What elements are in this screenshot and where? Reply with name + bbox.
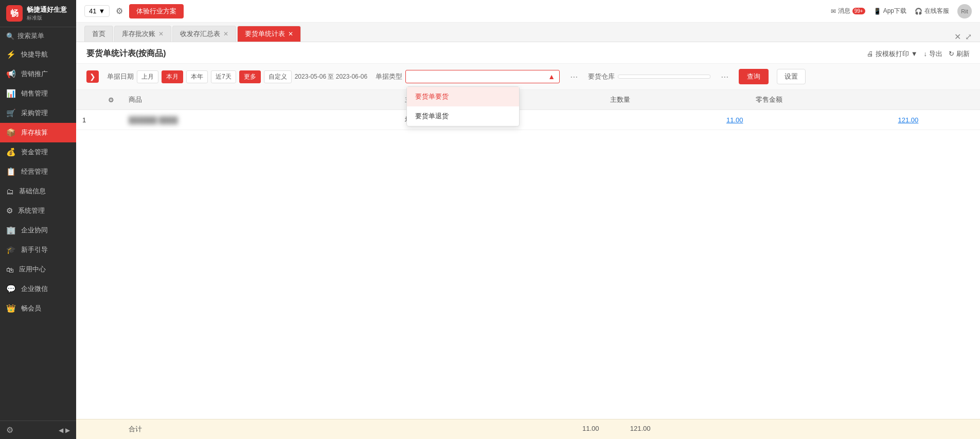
tab-inventory-batch[interactable]: 库存批次账 ✕ bbox=[114, 26, 171, 42]
type-select-input[interactable] bbox=[406, 71, 544, 83]
page-actions: 🖨 按模板打印 ▼ ↓ 导出 ↻ 刷新 bbox=[867, 49, 970, 59]
date-this-month-button[interactable]: 本月 bbox=[162, 70, 183, 83]
wecom-icon: 💬 bbox=[6, 284, 16, 294]
customer-service-button[interactable]: 🎧 在线客服 bbox=[915, 7, 949, 15]
data-table: ⚙ 商品 主计量单位 主数量 零售金额 1 ██████ ████ bbox=[76, 90, 980, 130]
trial-button[interactable]: 体验行业方案 bbox=[129, 4, 184, 19]
sidebar-item-operations[interactable]: 📋 经营管理 bbox=[0, 162, 76, 181]
sidebar-item-wecom[interactable]: 💬 企业微信 bbox=[0, 279, 76, 299]
tab-window-buttons: ✕ ⤢ bbox=[954, 32, 972, 42]
sidebar-item-quick-nav[interactable]: ⚡ 快捷导航 bbox=[0, 45, 76, 64]
warehouse-filter-label: 要货仓库 bbox=[588, 72, 615, 81]
amount-link[interactable]: 121.00 bbox=[898, 116, 919, 124]
tab-home[interactable]: 首页 bbox=[84, 26, 113, 42]
search-button[interactable]: 查询 bbox=[739, 69, 769, 84]
enterprise-icon: 🏢 bbox=[6, 226, 16, 235]
th-quantity: 主数量 bbox=[604, 90, 750, 110]
sidebar-item-purchase[interactable]: 🛒 采购管理 bbox=[0, 103, 76, 123]
sidebar-item-label: 快捷导航 bbox=[21, 50, 48, 59]
print-dropdown-icon: ▼ bbox=[911, 50, 918, 58]
type-select-arrow[interactable]: ▲ bbox=[544, 70, 559, 83]
topbar-gear-button[interactable]: ⚙ bbox=[116, 6, 123, 16]
search-menu-button[interactable]: 🔍 搜索菜单 bbox=[0, 27, 76, 45]
refresh-button[interactable]: ↻ 刷新 bbox=[949, 49, 970, 59]
type-filter-group: 单据类型 ▲ 要货单要货 要货单退货 bbox=[376, 70, 560, 83]
dropdown-item-yaohuo[interactable]: 要货单要货 bbox=[407, 87, 519, 106]
export-label: 导出 bbox=[929, 49, 942, 59]
tab-home-label: 首页 bbox=[92, 29, 105, 39]
sidebar-logo: 畅 畅捷通好生意 标准版 bbox=[0, 0, 76, 27]
td-product: ██████ ████ bbox=[122, 110, 399, 130]
td-settings bbox=[102, 110, 122, 130]
sidebar-item-finance[interactable]: 💰 资金管理 bbox=[0, 142, 76, 162]
sidebar: 畅 畅捷通好生意 标准版 🔍 搜索菜单 ⚡ 快捷导航 📢 营销推广 📊 销售管理… bbox=[0, 0, 76, 439]
sidebar-item-label: 基础信息 bbox=[19, 187, 46, 196]
tab-receivable-summary[interactable]: 收发存汇总表 ✕ bbox=[172, 26, 236, 42]
date-this-year-button[interactable]: 本年 bbox=[186, 70, 208, 83]
column-settings-icon[interactable]: ⚙ bbox=[108, 96, 114, 104]
main-area: 41 ▼ ⚙ 体验行业方案 ✉ 消息 99+ 📱 App下载 🎧 在线客服 Ri… bbox=[76, 0, 980, 439]
sidebar-item-guide[interactable]: 🎓 新手引导 bbox=[0, 240, 76, 260]
guide-icon: 🎓 bbox=[6, 245, 16, 254]
type-filter-select[interactable]: ▲ bbox=[405, 70, 560, 83]
logo-text: 畅捷通好生意 标准版 bbox=[27, 6, 67, 21]
print-icon: 🖨 bbox=[867, 50, 874, 58]
close-window-icon[interactable]: ✕ bbox=[954, 32, 961, 42]
table-wrap: ⚙ 商品 主计量单位 主数量 零售金额 1 ██████ ████ bbox=[76, 90, 980, 419]
dropdown-icon: ▼ bbox=[98, 7, 105, 15]
td-extra bbox=[924, 110, 980, 130]
filter-more-button[interactable]: ··· bbox=[568, 71, 580, 82]
warehouse-select[interactable] bbox=[618, 75, 710, 79]
product-name: ██████ ████ bbox=[129, 116, 178, 124]
sidebar-item-sales[interactable]: 📊 销售管理 bbox=[0, 84, 76, 103]
date-custom-button[interactable]: 自定义 bbox=[264, 70, 292, 83]
sidebar-collapse-button[interactable]: ◀ ▶ bbox=[59, 427, 70, 434]
dropdown-item-tuihuo[interactable]: 要货单退货 bbox=[407, 106, 519, 126]
th-settings[interactable]: ⚙ bbox=[102, 90, 122, 110]
warehouse-more-button[interactable]: ··· bbox=[719, 71, 730, 82]
sidebar-item-vip[interactable]: 👑 畅会员 bbox=[0, 299, 76, 318]
sidebar-item-label: 资金管理 bbox=[21, 148, 48, 157]
sidebar-item-marketing[interactable]: 📢 营销推广 bbox=[0, 64, 76, 84]
date-more-button[interactable]: 更多 bbox=[239, 70, 261, 83]
logo-title: 畅捷通好生意 bbox=[27, 6, 67, 14]
tab-inventory-batch-close[interactable]: ✕ bbox=[158, 30, 164, 38]
sidebar-item-inventory[interactable]: 📦 库存核算 bbox=[0, 123, 76, 142]
export-icon: ↓ bbox=[924, 50, 928, 58]
topbar-right: ✉ 消息 99+ 📱 App下载 🎧 在线客服 Rit bbox=[831, 4, 972, 19]
tab-order-summary-label: 要货单统计表 bbox=[245, 29, 285, 39]
page-header: 要货单统计表(按商品) 🖨 按模板打印 ▼ ↓ 导出 ↻ 刷新 bbox=[76, 42, 980, 64]
tab-order-summary[interactable]: 要货单统计表 ✕ bbox=[237, 26, 301, 42]
setting-button[interactable]: 设置 bbox=[777, 69, 806, 84]
maximize-window-icon[interactable]: ⤢ bbox=[965, 32, 972, 42]
export-button[interactable]: ↓ 导出 bbox=[924, 49, 943, 59]
date-last-month-button[interactable]: 上月 bbox=[137, 70, 158, 83]
warehouse-filter-group: 要货仓库 bbox=[588, 72, 710, 81]
quantity-link[interactable]: 11.00 bbox=[726, 116, 743, 124]
type-dropdown: 要货单要货 要货单退货 bbox=[406, 86, 520, 126]
filter-bar: ❯ 单据日期 上月 本月 本年 近7天 更多 自定义 2023-05-06 至 … bbox=[76, 64, 980, 90]
sidebar-item-basic[interactable]: 🗂 基础信息 bbox=[0, 181, 76, 201]
sidebar-item-system[interactable]: ⚙ 系统管理 bbox=[0, 201, 76, 221]
user-initials: Rit bbox=[961, 8, 968, 14]
date-last7-button[interactable]: 近7天 bbox=[211, 70, 236, 83]
user-avatar[interactable]: Rit bbox=[957, 4, 972, 19]
message-button[interactable]: ✉ 消息 99+ bbox=[831, 7, 865, 15]
sidebar-footer: ⚙ ◀ ▶ bbox=[0, 420, 76, 439]
filter-expand-button[interactable]: ❯ bbox=[86, 70, 99, 83]
sidebar-item-appstore[interactable]: 🛍 应用中心 bbox=[0, 260, 76, 279]
tab-receivable-summary-label: 收发存汇总表 bbox=[180, 29, 220, 39]
tab-receivable-summary-close[interactable]: ✕ bbox=[223, 30, 228, 38]
sidebar-item-enterprise[interactable]: 🏢 企业协同 bbox=[0, 221, 76, 240]
print-button[interactable]: 🖨 按模板打印 ▼ bbox=[867, 49, 918, 59]
store-selector[interactable]: 41 ▼ bbox=[84, 5, 110, 17]
search-menu-label: 搜索菜单 bbox=[17, 31, 44, 41]
settings-icon[interactable]: ⚙ bbox=[6, 425, 13, 435]
sidebar-item-label: 企业微信 bbox=[21, 284, 48, 294]
app-download-button[interactable]: 📱 App下载 bbox=[874, 7, 906, 15]
sidebar-item-label: 销售管理 bbox=[21, 89, 48, 98]
marketing-icon: 📢 bbox=[6, 69, 16, 79]
tab-order-summary-close[interactable]: ✕ bbox=[288, 30, 293, 38]
td-row-num: 1 bbox=[76, 110, 102, 130]
app-icon: 📱 bbox=[874, 8, 881, 15]
